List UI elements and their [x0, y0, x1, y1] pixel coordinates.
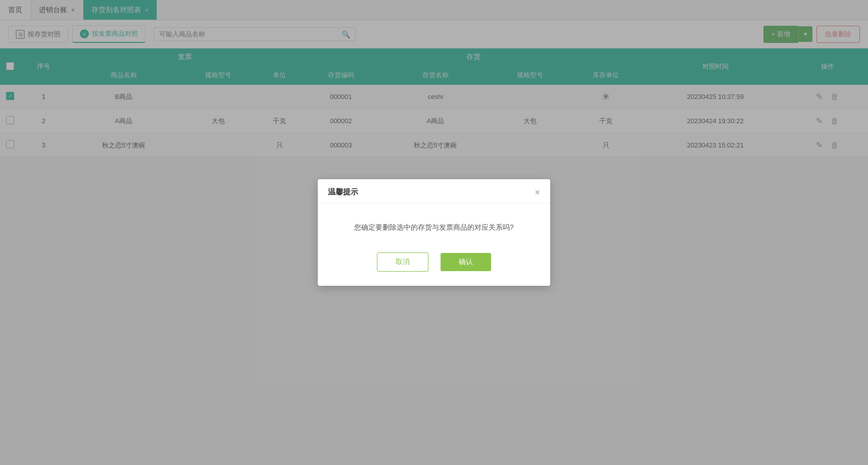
dialog-footer: 取消 确认 — [318, 247, 550, 286]
dialog-close-btn[interactable]: × — [535, 188, 540, 197]
dialog-confirm-btn[interactable]: 确认 — [441, 253, 491, 271]
dialog-body: 您确定要删除选中的存货与发票商品的对应关系吗? — [318, 203, 550, 247]
overlay: 温馨提示 × 您确定要删除选中的存货与发票商品的对应关系吗? 取消 确认 — [0, 0, 868, 465]
dialog: 温馨提示 × 您确定要删除选中的存货与发票商品的对应关系吗? 取消 确认 — [318, 179, 550, 285]
dialog-title: 温馨提示 — [328, 187, 358, 197]
dialog-message: 您确定要删除选中的存货与发票商品的对应关系吗? — [354, 223, 514, 231]
dialog-cancel-btn[interactable]: 取消 — [377, 252, 428, 272]
dialog-header: 温馨提示 × — [318, 179, 550, 203]
